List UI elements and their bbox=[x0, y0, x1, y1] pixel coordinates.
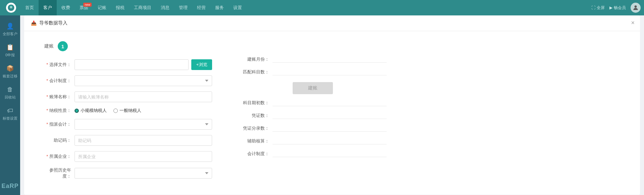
logo[interactable] bbox=[3, 0, 19, 15]
tax-type-control: 小规模纳税人 一般纳税人 bbox=[75, 108, 212, 114]
accountant-label: 指派会计： bbox=[44, 121, 75, 127]
form-right: 建账月份： 匹配科目数： 建账 科目期初数： 凭证数： bbox=[226, 41, 387, 185]
nav-items: 首页 客户 收费 票据 new 记账 报税 工商项目 消息 管理 经营 服务 设… bbox=[20, 0, 591, 15]
file-input[interactable] bbox=[75, 59, 189, 70]
radio-small-tax[interactable]: 小规模纳税人 bbox=[75, 108, 107, 114]
subject-initial-row: 科目期初数： bbox=[239, 100, 387, 106]
sidebar-item-labels[interactable]: 🏷 标签设置 bbox=[0, 103, 20, 124]
nav-right: ⛶ 全屏 ▶ 畅会员 bbox=[591, 3, 641, 13]
step-circle: 1 bbox=[58, 41, 68, 51]
migrate-icon: 📦 bbox=[6, 64, 14, 72]
company-row: 所属企业： bbox=[44, 151, 212, 162]
tax-type-radio-group: 小规模纳税人 一般纳税人 bbox=[75, 108, 141, 114]
sidebar-item-all-clients[interactable]: 👤 全部客户 bbox=[0, 19, 20, 40]
radio-general-tax-input[interactable] bbox=[113, 109, 118, 113]
voucher-row: 凭证数： bbox=[239, 112, 387, 119]
page-area: 📥 导爷数据导入 × 建账 1 选择文件： +浏览 bbox=[24, 15, 640, 195]
logo-icon bbox=[6, 3, 16, 13]
accounting-system-select[interactable] bbox=[75, 75, 212, 86]
company-input[interactable] bbox=[75, 151, 212, 162]
memo-label: 助记码： bbox=[44, 137, 75, 143]
ledger-name-input[interactable] bbox=[75, 91, 212, 102]
sidebar-item-migrate[interactable]: 📦 账套迁移 bbox=[0, 61, 20, 82]
file-label: 选择文件： bbox=[44, 62, 75, 68]
all-clients-icon: 👤 bbox=[6, 22, 14, 30]
ledger-name-control bbox=[75, 91, 212, 102]
svg-point-1 bbox=[635, 5, 637, 8]
radio-general-tax[interactable]: 一般纳税人 bbox=[113, 108, 141, 114]
memo-row: 助记码： bbox=[44, 135, 212, 146]
history-year-select[interactable] bbox=[75, 168, 212, 179]
user-avatar[interactable] bbox=[631, 3, 641, 13]
step-label: 建账 bbox=[44, 43, 54, 49]
accounting-system2-row: 会计制度： bbox=[239, 150, 387, 157]
nav-item-tax[interactable]: 报税 bbox=[111, 0, 129, 15]
nav-item-operation[interactable]: 经营 bbox=[192, 0, 210, 15]
auxiliary-value bbox=[273, 138, 387, 144]
accountant-row: 指派会计： bbox=[44, 119, 212, 130]
tax-type-row: 纳税性质： 小规模纳税人 一般纳税人 bbox=[44, 108, 212, 114]
sidebar: 👤 全部客户 📋 0申报 📦 账套迁移 🗑 回收站 🏷 标签设置 EaRP bbox=[0, 15, 20, 195]
fullscreen-btn[interactable]: ⛶ 全屏 bbox=[591, 5, 605, 11]
membership-icon: ▶ bbox=[609, 5, 612, 10]
file-control-wrap: +浏览 bbox=[75, 59, 212, 70]
page-title: 导爷数据导入 bbox=[39, 20, 67, 26]
accounting-system-control bbox=[75, 75, 212, 86]
voucher-entries-value bbox=[273, 125, 387, 132]
setup-month-label: 建账月份： bbox=[239, 56, 273, 62]
radio-small-tax-label: 小规模纳税人 bbox=[81, 108, 107, 114]
step-header: 建账 1 bbox=[44, 41, 212, 51]
sidebar-item-zero-declare[interactable]: 📋 0申报 bbox=[0, 40, 20, 61]
setup-month-row: 建账月份： bbox=[239, 56, 387, 63]
memo-control bbox=[75, 135, 212, 146]
top-nav: 首页 客户 收费 票据 new 记账 报税 工商项目 消息 管理 经营 服务 设… bbox=[0, 0, 644, 15]
nav-item-home[interactable]: 首页 bbox=[20, 0, 39, 15]
subject-initial-value bbox=[273, 100, 387, 106]
accounting-system-row: 会计制度： bbox=[44, 75, 212, 86]
auxiliary-row: 辅助核算： bbox=[239, 138, 387, 144]
browse-button[interactable]: +浏览 bbox=[191, 59, 212, 70]
nav-item-service[interactable]: 服务 bbox=[210, 0, 229, 15]
recycle-icon: 🗑 bbox=[6, 85, 14, 93]
form-area: 建账 1 选择文件： +浏览 会计制度： bbox=[24, 31, 640, 195]
nav-item-client[interactable]: 客户 bbox=[39, 0, 57, 15]
radio-small-tax-input[interactable] bbox=[75, 109, 79, 113]
accounting-system2-label: 会计制度： bbox=[239, 151, 273, 157]
page-header: 📥 导爷数据导入 bbox=[24, 15, 640, 31]
sidebar-item-recycle[interactable]: 🗑 回收站 bbox=[0, 82, 20, 103]
memo-input[interactable] bbox=[75, 135, 212, 146]
radio-general-tax-label: 一般纳税人 bbox=[119, 108, 141, 114]
membership-btn[interactable]: ▶ 畅会员 bbox=[609, 5, 626, 11]
nav-item-biz[interactable]: 工商项目 bbox=[129, 0, 156, 15]
new-badge: new bbox=[83, 3, 92, 7]
company-label: 所属企业： bbox=[44, 153, 75, 159]
labels-icon: 🏷 bbox=[6, 107, 14, 115]
main-content: 📥 导爷数据导入 × 建账 1 选择文件： +浏览 bbox=[20, 15, 644, 195]
import-icon: 📥 bbox=[31, 20, 37, 26]
build-button[interactable]: 建账 bbox=[293, 82, 333, 94]
zero-declare-icon: 📋 bbox=[6, 43, 14, 51]
fullscreen-icon: ⛶ bbox=[591, 5, 595, 10]
nav-item-invoice[interactable]: 票据 new bbox=[75, 0, 93, 15]
nav-item-fee[interactable]: 收费 bbox=[57, 0, 75, 15]
setup-month-value bbox=[273, 56, 387, 63]
history-year-label: 参照历史年度： bbox=[44, 167, 75, 179]
ledger-name-row: 账簿名称： bbox=[44, 91, 212, 102]
company-control bbox=[75, 151, 212, 162]
ledger-name-label: 账簿名称： bbox=[44, 94, 75, 100]
voucher-value bbox=[273, 112, 387, 119]
tax-type-label: 纳税性质： bbox=[44, 108, 75, 114]
nav-item-msg[interactable]: 消息 bbox=[156, 0, 174, 15]
nav-item-manage[interactable]: 管理 bbox=[174, 0, 192, 15]
close-button[interactable]: × bbox=[631, 19, 635, 26]
nav-item-bookkeeping[interactable]: 记账 bbox=[93, 0, 111, 15]
accountant-control bbox=[75, 119, 212, 130]
accounting-system2-value bbox=[273, 150, 387, 157]
form-left: 建账 1 选择文件： +浏览 会计制度： bbox=[44, 41, 212, 185]
voucher-entries-label: 凭证分录数： bbox=[239, 125, 273, 131]
accountant-select[interactable] bbox=[75, 119, 212, 130]
history-year-control bbox=[75, 168, 212, 179]
match-subjects-label: 匹配科目数： bbox=[239, 69, 273, 75]
match-subjects-value bbox=[273, 69, 387, 75]
nav-item-settings[interactable]: 设置 bbox=[229, 0, 247, 15]
